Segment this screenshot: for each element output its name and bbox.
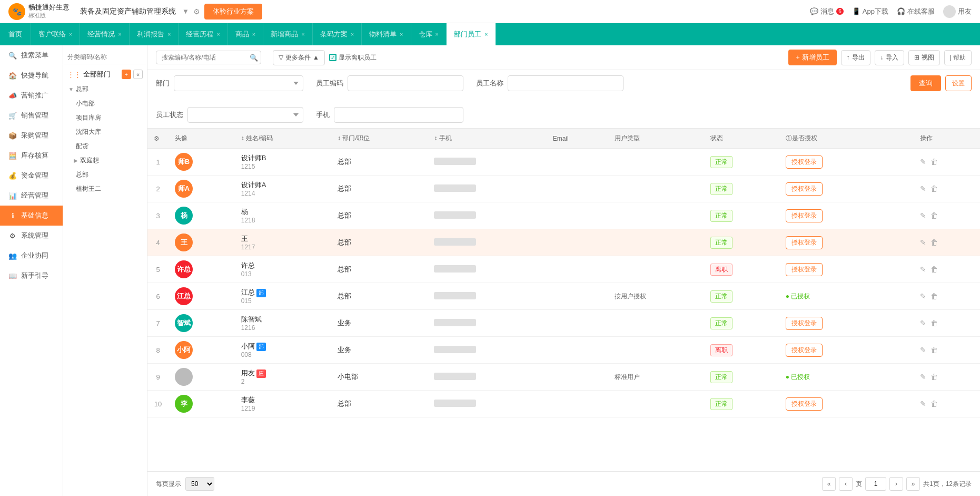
next-page-btn[interactable]: › <box>889 477 903 491</box>
nav-tab-barcode[interactable]: 条码方案 × <box>313 23 362 45</box>
prev-page-btn[interactable]: ‹ <box>839 477 853 491</box>
dept-filter-select[interactable] <box>174 75 303 91</box>
edit-btn[interactable]: ✎ <box>920 400 926 408</box>
sidebar-item-basic[interactable]: ℹ 基础信息 <box>0 206 63 226</box>
add-employee-button[interactable]: + 新增员工 <box>788 50 836 65</box>
set-button[interactable]: 设置 <box>945 75 972 91</box>
close-customers-icon[interactable]: × <box>69 31 72 37</box>
close-warehouse-icon[interactable]: × <box>435 31 439 37</box>
more-conditions-btn[interactable]: ▽ 更多条件 ▲ <box>273 50 325 65</box>
delete-btn[interactable]: 🗑 <box>930 346 938 354</box>
trial-button[interactable]: 体验行业方案 <box>204 4 262 20</box>
export-btn[interactable]: ↑ 导出 <box>841 50 870 65</box>
emp-name-filter-input[interactable] <box>508 75 623 91</box>
delete-btn[interactable]: 🗑 <box>930 265 938 274</box>
dept-tree-root[interactable]: ⋮⋮ 全部部门 + « <box>63 66 147 82</box>
dept-add-icon[interactable]: + <box>122 70 131 79</box>
sidebar-item-guide[interactable]: 📖 新手引导 <box>0 266 63 286</box>
sidebar-item-finance[interactable]: 💰 资金管理 <box>0 166 63 186</box>
dept-group-head[interactable]: ▼ 总部 <box>63 82 147 96</box>
import-btn[interactable]: ↓ 导入 <box>875 50 904 65</box>
edit-btn[interactable]: ✎ <box>920 158 926 166</box>
dept-sub-zhishu[interactable]: 植树王二 <box>63 182 147 196</box>
col-phone[interactable]: ↕ 手机 <box>428 129 546 149</box>
nav-tab-goods[interactable]: 商品 × <box>228 23 263 45</box>
sidebar-item-nav[interactable]: 🏠 快捷导航 <box>0 65 63 85</box>
last-page-btn[interactable]: » <box>906 477 920 491</box>
edit-btn[interactable]: ✎ <box>920 211 926 220</box>
nav-tab-customers[interactable]: 客户联络 × <box>31 23 80 45</box>
sidebar-item-collab[interactable]: 👥 企业协同 <box>0 246 63 266</box>
message-btn[interactable]: 💬 消息 6 <box>810 7 844 16</box>
nav-tab-profit[interactable]: 利润报告 × <box>130 23 179 45</box>
sidebar-item-system[interactable]: ⚙ 系统管理 <box>0 226 63 246</box>
view-btn[interactable]: ⊞ 视图 <box>908 50 940 65</box>
delete-btn[interactable]: 🗑 <box>930 400 938 408</box>
edit-btn[interactable]: ✎ <box>920 373 926 381</box>
col-name-code[interactable]: ↕ 姓名/编码 <box>235 129 331 149</box>
nav-tab-history[interactable]: 经营历程 × <box>179 23 227 45</box>
dept-sub-peihuo[interactable]: 配货 <box>63 139 147 153</box>
auth-login-btn[interactable]: 授权登录 <box>786 236 823 249</box>
auth-login-btn[interactable]: 授权登录 <box>786 317 823 330</box>
nav-tab-add-goods[interactable]: 新增商品 × <box>263 23 312 45</box>
delete-btn[interactable]: 🗑 <box>930 373 938 381</box>
nav-tab-bom[interactable]: 物料清单 × <box>362 23 411 45</box>
dropdown-arrow-icon[interactable]: ▼ <box>182 7 189 15</box>
delete-btn[interactable]: 🗑 <box>930 211 938 220</box>
nav-tab-operations[interactable]: 经营情况 × <box>80 23 129 45</box>
sidebar-item-purchase[interactable]: 📦 采购管理 <box>0 125 63 145</box>
first-page-btn[interactable]: « <box>822 477 836 491</box>
nav-tab-warehouse[interactable]: 仓库 × <box>411 23 447 45</box>
sidebar-item-business[interactable]: 📊 经营管理 <box>0 186 63 206</box>
sidebar-item-inventory[interactable]: 🧮 库存核算 <box>0 145 63 166</box>
dept-sub-zongbu[interactable]: 总部 <box>63 168 147 182</box>
edit-btn[interactable]: ✎ <box>920 238 926 247</box>
delete-btn[interactable]: 🗑 <box>930 238 938 247</box>
search-button[interactable]: 查询 <box>910 75 941 91</box>
close-operations-icon[interactable]: × <box>118 31 121 37</box>
auth-login-btn[interactable]: 授权登录 <box>786 182 823 196</box>
edit-btn[interactable]: ✎ <box>920 184 926 193</box>
close-history-icon[interactable]: × <box>216 31 220 37</box>
online-service-btn[interactable]: 🎧 在线客服 <box>897 7 935 16</box>
emp-status-filter-select[interactable] <box>187 107 303 123</box>
auth-login-btn[interactable]: 授权登录 <box>786 209 823 222</box>
toolbar-search-icon[interactable]: 🔍 <box>250 54 258 62</box>
dept-sub-shenyang[interactable]: 沈阳大库 <box>63 125 147 139</box>
close-barcode-icon[interactable]: × <box>351 31 354 37</box>
col-gear[interactable]: ⚙ <box>147 129 169 149</box>
close-profit-icon[interactable]: × <box>167 31 171 37</box>
dept-search-input[interactable] <box>67 53 146 61</box>
show-resigned-checkbox[interactable]: ✓ 显示离职员工 <box>329 53 377 62</box>
page-input[interactable] <box>865 477 886 491</box>
close-add-goods-icon[interactable]: × <box>301 31 304 37</box>
col-dept-pos[interactable]: ↕ 部门/职位 <box>331 129 428 149</box>
nav-tab-home[interactable]: 首页 <box>0 23 31 45</box>
dept-sub-shuangting[interactable]: ▶ 双庭想 <box>63 153 147 168</box>
delete-btn[interactable]: 🗑 <box>930 184 938 193</box>
phone-filter-input[interactable] <box>334 107 463 123</box>
delete-btn[interactable]: 🗑 <box>930 292 938 300</box>
delete-btn[interactable]: 🗑 <box>930 158 938 166</box>
auth-login-btn[interactable]: 授权登录 <box>786 344 823 357</box>
delete-btn[interactable]: 🗑 <box>930 319 938 327</box>
edit-btn[interactable]: ✎ <box>920 292 926 300</box>
close-bom-icon[interactable]: × <box>400 31 403 37</box>
more-btn[interactable]: | 帮助 <box>944 50 972 65</box>
per-page-select[interactable]: 50 100 <box>185 477 214 491</box>
emp-code-filter-input[interactable] <box>348 75 463 91</box>
gear-col-icon[interactable]: ⚙ <box>154 135 160 142</box>
edit-btn[interactable]: ✎ <box>920 346 926 354</box>
edit-btn[interactable]: ✎ <box>920 319 926 327</box>
auth-login-btn[interactable]: 授权登录 <box>786 155 823 169</box>
user-btn[interactable]: 用友 <box>943 5 972 18</box>
sidebar-item-marketing[interactable]: 📣 营销推广 <box>0 85 63 105</box>
nav-tab-dept-staff[interactable]: 部门员工 × <box>447 23 496 45</box>
settings-icon[interactable]: ⚙ <box>193 7 200 16</box>
edit-btn[interactable]: ✎ <box>920 265 926 274</box>
dept-sub-xiaodian[interactable]: 小电部 <box>63 96 147 111</box>
auth-login-btn[interactable]: 授权登录 <box>786 263 823 276</box>
auth-login-btn[interactable]: 授权登录 <box>786 397 823 411</box>
sidebar-item-sales[interactable]: 🛒 销售管理 <box>0 105 63 125</box>
